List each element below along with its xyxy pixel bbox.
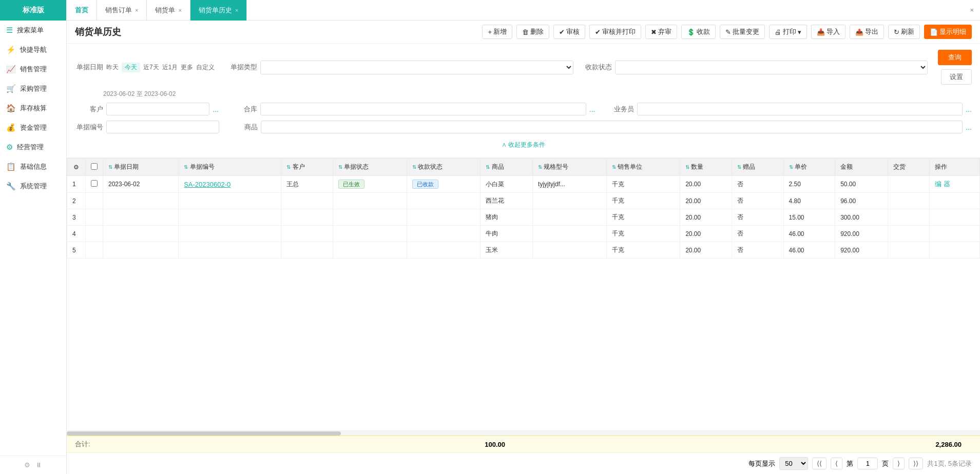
sidebar-item-finance[interactable]: 💰 资金管理 bbox=[0, 118, 66, 137]
audit-button[interactable]: ✔ 审核 bbox=[553, 25, 585, 39]
goods-ellipsis-button[interactable]: ... bbox=[966, 123, 972, 131]
date-shortcut-more[interactable]: 更多 bbox=[181, 63, 193, 72]
abandon-button[interactable]: ✖ 弃审 bbox=[645, 25, 677, 39]
collect-button[interactable]: 💲 收款 bbox=[681, 25, 716, 39]
unit-cell: 千克 bbox=[606, 193, 680, 209]
select-all-checkbox[interactable] bbox=[91, 163, 98, 170]
sidebar-item-operation[interactable]: ⚙ 经营管理 bbox=[0, 137, 66, 157]
query-button[interactable]: 查询 bbox=[938, 50, 972, 65]
sidebar-item-sales-mgmt[interactable]: 📈 销售管理 bbox=[0, 60, 66, 79]
last-page-button[interactable]: ⟩⟩ bbox=[909, 458, 923, 469]
customer-input[interactable] bbox=[106, 103, 209, 115]
sys-mgmt-icon: 🔧 bbox=[6, 182, 16, 191]
add-button[interactable]: + 新增 bbox=[482, 25, 512, 39]
gift-column-header[interactable]: ⇅ 赠品 bbox=[732, 159, 783, 176]
settings-icon[interactable]: ⚙ bbox=[24, 461, 30, 469]
settings-column-header[interactable]: ⚙ bbox=[67, 159, 86, 176]
close-tab-sales-history[interactable]: × bbox=[235, 7, 238, 13]
doc-status-cell bbox=[333, 193, 407, 209]
customer-ellipsis-button[interactable]: ... bbox=[213, 105, 219, 113]
doc-number-link[interactable]: SA-20230602-0 bbox=[184, 181, 230, 188]
row-checkbox[interactable] bbox=[91, 180, 98, 187]
refresh-button[interactable]: ↻ 刷新 bbox=[888, 25, 920, 39]
first-page-button[interactable]: ⟨⟨ bbox=[812, 458, 827, 469]
tab-sales-history[interactable]: 销货单历史 × bbox=[190, 0, 247, 21]
show-detail-button[interactable]: 📄 显示明细 bbox=[924, 25, 972, 39]
data-table: ⚙ ⇅ 单据日期 ⇅ 单据编号 ⇅ 客户 ⇅ 单据状态 ⇅ 收款状态 ⇅ 商品 … bbox=[67, 158, 980, 259]
pause-icon[interactable]: ⏸ bbox=[35, 461, 42, 469]
spec-column-header[interactable]: ⇅ 规格型号 bbox=[533, 159, 607, 176]
warehouse-ellipsis-button[interactable]: ... bbox=[589, 105, 595, 113]
salesman-input[interactable] bbox=[637, 103, 963, 115]
sidebar-item-sys-mgmt[interactable]: 🔧 系统管理 bbox=[0, 176, 66, 196]
sidebar-item-basic-info[interactable]: 📋 基础信息 bbox=[0, 157, 66, 176]
goods-cell: 玉米 bbox=[481, 242, 533, 259]
date-shortcut-7days[interactable]: 近7天 bbox=[143, 63, 159, 72]
sidebar-item-inventory[interactable]: 🏠 库存核算 bbox=[0, 98, 66, 118]
edit-action-button[interactable]: 编 bbox=[935, 180, 941, 189]
doc-number-cell bbox=[179, 226, 281, 242]
import-button[interactable]: 📥 导入 bbox=[811, 25, 846, 39]
audit-print-button[interactable]: ✔ 审核并打印 bbox=[589, 25, 641, 39]
row-checkbox-cell[interactable] bbox=[86, 226, 103, 242]
customer-column-header[interactable]: ⇅ 客户 bbox=[281, 159, 333, 176]
date-range-display: 2023-06-02 至 2023-06-02 bbox=[103, 90, 972, 98]
date-shortcut-custom[interactable]: 自定义 bbox=[196, 63, 215, 72]
doc-date-column-header[interactable]: ⇅ 单据日期 bbox=[103, 159, 179, 176]
collect-icon: 💲 bbox=[687, 28, 695, 36]
action-cell bbox=[929, 209, 979, 226]
qty-column-header[interactable]: ⇅ 数量 bbox=[680, 159, 732, 176]
sidebar-item-search-menu[interactable]: ☰ 搜索菜单 bbox=[0, 21, 66, 40]
goods-column-header[interactable]: ⇅ 商品 bbox=[481, 159, 533, 176]
export-button[interactable]: 📤 导出 bbox=[850, 25, 884, 39]
page-number-input[interactable] bbox=[857, 458, 878, 469]
set-button[interactable]: 设置 bbox=[941, 69, 972, 85]
doc-status-column-header[interactable]: ⇅ 单据状态 bbox=[333, 159, 407, 176]
warehouse-input[interactable] bbox=[260, 103, 586, 115]
print-button[interactable]: 🖨 打印 ▾ bbox=[769, 25, 807, 39]
batch-change-button[interactable]: ✎ 批量变更 bbox=[720, 25, 765, 39]
gift-cell: 否 bbox=[732, 193, 783, 209]
date-shortcut-today[interactable]: 今天 bbox=[122, 63, 140, 72]
date-shortcut-yesterday[interactable]: 昨天 bbox=[106, 63, 119, 72]
spec-cell bbox=[533, 193, 607, 209]
horizontal-scrollbar[interactable] bbox=[67, 430, 980, 436]
more-action-button[interactable]: 器 bbox=[944, 180, 950, 189]
gift-cell: 否 bbox=[732, 242, 783, 259]
salesman-ellipsis-button[interactable]: ... bbox=[966, 105, 972, 113]
unit-price-column-header[interactable]: ⇅ 单价 bbox=[783, 159, 835, 176]
goods-input[interactable] bbox=[261, 121, 963, 133]
spec-cell bbox=[533, 209, 607, 226]
doc-type-select[interactable] bbox=[260, 61, 573, 74]
prev-page-button[interactable]: ⟨ bbox=[831, 458, 842, 469]
action-cell bbox=[929, 193, 979, 209]
row-checkbox-cell[interactable] bbox=[86, 193, 103, 209]
pay-status-select[interactable] bbox=[615, 61, 928, 74]
qty-cell: 20.00 bbox=[680, 193, 732, 209]
scrollbar-thumb[interactable] bbox=[67, 431, 341, 436]
pay-status-column-header[interactable]: ⇅ 收款状态 bbox=[407, 159, 481, 176]
sidebar-item-quick-nav[interactable]: ⚡ 快捷导航 bbox=[0, 40, 66, 60]
filter-warehouse: 合库 ... bbox=[229, 103, 595, 115]
abandon-icon: ✖ bbox=[651, 28, 657, 36]
delete-button[interactable]: 🗑 删除 bbox=[516, 25, 549, 39]
tab-home[interactable]: 首页 bbox=[67, 0, 97, 21]
row-checkbox-cell[interactable] bbox=[86, 242, 103, 259]
unit-column-header[interactable]: ⇅ 销售单位 bbox=[606, 159, 680, 176]
doc-number-input[interactable] bbox=[106, 121, 219, 133]
close-tab-sales-order[interactable]: × bbox=[135, 7, 138, 13]
row-checkbox-cell[interactable] bbox=[86, 176, 103, 193]
tab-sales-goods[interactable]: 销货单 × bbox=[147, 0, 190, 21]
row-checkbox-cell[interactable] bbox=[86, 209, 103, 226]
collapse-filter-button[interactable]: ∧ 收起更多条件 bbox=[75, 139, 972, 151]
sidebar-item-purchase-mgmt[interactable]: 🛒 采购管理 bbox=[0, 79, 66, 98]
close-tab-sales-goods[interactable]: × bbox=[178, 7, 181, 13]
next-page-button[interactable]: ⟩ bbox=[893, 458, 905, 469]
window-close-button[interactable]: × bbox=[964, 6, 980, 14]
date-shortcut-1month[interactable]: 近1月 bbox=[162, 63, 178, 72]
checkbox-column-header[interactable] bbox=[86, 159, 103, 176]
footer-total-qty: 100.00 bbox=[106, 441, 935, 448]
tab-sales-order[interactable]: 销售订单 × bbox=[97, 0, 147, 21]
page-size-select[interactable]: 50 100 200 bbox=[779, 457, 808, 470]
doc-number-column-header[interactable]: ⇅ 单据编号 bbox=[179, 159, 281, 176]
